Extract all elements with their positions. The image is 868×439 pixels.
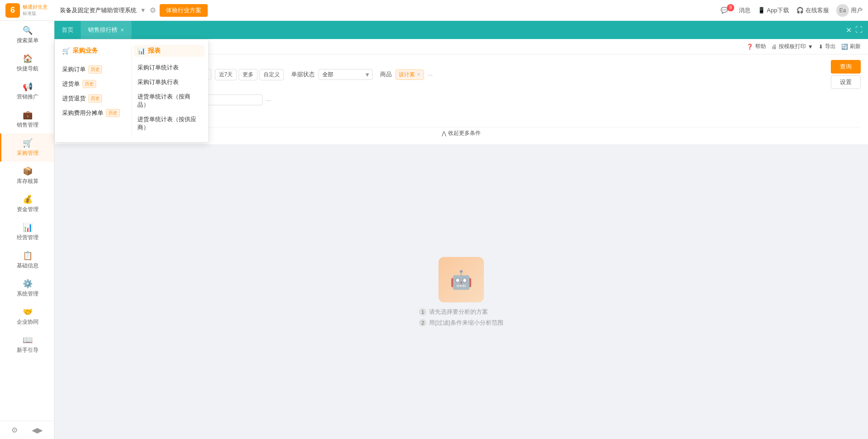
- query-button[interactable]: 查询: [831, 60, 861, 74]
- goods-tag-close-icon[interactable]: ✕: [416, 71, 421, 78]
- report-1-label: 采购订单统计表: [137, 64, 179, 72]
- incoming-label: 进货单: [62, 80, 80, 88]
- refresh-btn[interactable]: 🔄 刷新: [841, 43, 861, 50]
- export-btn[interactable]: ⬇ 导出: [819, 43, 836, 50]
- tab-expand-icon[interactable]: ⛶: [855, 26, 863, 34]
- sidebar-item-sales[interactable]: 💼 销售管理: [0, 105, 54, 133]
- sidebar-item-enterprise[interactable]: 🤝 企业协同: [0, 302, 54, 330]
- goods-filter-label: 商品: [380, 70, 392, 79]
- tab-bar: 首页 销售排行榜 ✕ ✕ ⛶: [54, 21, 868, 39]
- tab-home-label: 首页: [62, 26, 73, 34]
- operations-icon: 📊: [23, 222, 33, 232]
- hist-tag-2: 历史: [88, 94, 102, 103]
- sidebar-item-finance[interactable]: 💰 资金管理: [0, 190, 54, 218]
- sidebar-item-system[interactable]: ⚙️ 系统管理: [0, 274, 54, 302]
- collapse-sidebar-icon[interactable]: ◀▶: [32, 426, 43, 434]
- print-dropdown-icon[interactable]: ▼: [808, 44, 813, 50]
- print-label: 按模板打印: [779, 43, 806, 50]
- tab-sales-ranking-label: 销售排行榜: [88, 26, 117, 34]
- action-btn-group: 查询 设置: [831, 60, 861, 89]
- sidebar-item-operations[interactable]: 📊 经营管理: [0, 218, 54, 246]
- sidebar-item-inventory[interactable]: 📦 库存核算: [0, 162, 54, 190]
- tab-bar-right: ✕ ⛶: [846, 26, 868, 35]
- print-btn[interactable]: 🖨 按模板打印 ▼: [771, 43, 813, 50]
- help-label: 帮助: [755, 43, 766, 50]
- sidebar-item-purchase[interactable]: 🛒 采购管理: [0, 133, 54, 162]
- sidebar-bottom: ⚙ ◀▶: [0, 421, 54, 439]
- sidebar-label-finance: 资金管理: [17, 206, 39, 213]
- home-icon: 🏠: [23, 54, 33, 64]
- dropdown-item-report-3[interactable]: 进货单统计表（按商品）: [137, 89, 201, 112]
- app-download-item[interactable]: 📱 App下载: [758, 6, 789, 15]
- user-item[interactable]: Ea 用户: [836, 4, 863, 17]
- sidebar-label-nav: 快捷导航: [17, 65, 39, 73]
- sidebar-item-guide[interactable]: 📖 新手引导: [0, 330, 54, 359]
- sidebar-item-nav[interactable]: 🏠 快捷导航: [0, 49, 54, 77]
- return-label: 进货退货: [62, 94, 86, 103]
- app-download-label: App下载: [767, 6, 789, 15]
- export-label: 导出: [825, 43, 836, 50]
- industry-btn[interactable]: 体验行业方案: [160, 4, 208, 17]
- report-3-label: 进货单统计表（按商品）: [137, 93, 201, 109]
- tab-close-icon[interactable]: ✕: [120, 27, 124, 33]
- purchase-order-label: 采购订单: [62, 65, 86, 74]
- report-4-label: 进货单统计表（按供应商）: [137, 115, 201, 132]
- online-service-item[interactable]: 🎧 在线客服: [796, 6, 829, 15]
- message-item[interactable]: 💬 9 消息: [721, 6, 751, 15]
- settings-button[interactable]: 设置: [831, 75, 861, 89]
- mobile-icon: 📱: [758, 7, 765, 14]
- system-icon: ⚙️: [23, 279, 33, 289]
- dropdown-menu: 🛒 采购业务 采购订单 历史 进货单 历史 进货退货 历史 采购费用分摊单 历史: [54, 39, 209, 143]
- top-header: 6 畅通好生意 标准版 装备及固定资产辅助管理系统 ▼ ⚙ 体验行业方案 💬 9…: [0, 0, 868, 21]
- dropdown-item-report-4[interactable]: 进货单统计表（按供应商）: [137, 112, 201, 135]
- empty-tip-1: 1 请先选择要分析的方案: [419, 308, 503, 316]
- logo-icon: 6: [5, 3, 20, 18]
- voucher-status-group: 单据状态 全部 ▼: [291, 69, 373, 80]
- dropdown-item-return[interactable]: 进货退货 历史: [62, 91, 126, 106]
- dropdown-item-report-2[interactable]: 采购订单执行表: [137, 75, 201, 89]
- date-btn-custom[interactable]: 自定义: [259, 69, 284, 80]
- inventory-icon: 📦: [23, 166, 33, 176]
- salesman-dots-icon[interactable]: ···: [266, 97, 271, 104]
- refresh-icon: 🔄: [841, 44, 848, 50]
- purchase-menu-icon: 🛒: [62, 47, 70, 54]
- goods-tag: 设计素 ✕: [395, 69, 424, 80]
- hist-tag-1: 历史: [83, 80, 96, 88]
- sales-icon: 💼: [23, 110, 33, 120]
- sidebar-item-basic-info[interactable]: 📋 基础信息: [0, 246, 54, 274]
- print-icon: 🖨: [771, 44, 777, 50]
- tab-close-all-icon[interactable]: ✕: [846, 26, 852, 35]
- tab-home[interactable]: 首页: [54, 21, 81, 39]
- system-name: 装备及固定资产辅助管理系统: [60, 6, 137, 15]
- voucher-status-select[interactable]: 全部: [318, 69, 373, 80]
- header-system: 装备及固定资产辅助管理系统 ▼ ⚙ 体验行业方案: [60, 4, 721, 17]
- dropdown-item-incoming[interactable]: 进货单 历史: [62, 77, 126, 91]
- help-btn[interactable]: ❓ 帮助: [746, 43, 766, 50]
- help-icon: ❓: [746, 44, 753, 50]
- main-layout: 🔍 搜索菜单 🏠 快捷导航 📢 营销推广 💼 销售管理 🛒 采购管理 📦 库存核…: [0, 21, 868, 439]
- date-btn-7days[interactable]: 近7天: [215, 69, 237, 80]
- dropdown-item-report-1[interactable]: 采购订单统计表: [137, 60, 201, 75]
- user-label: 用户: [851, 6, 863, 15]
- dropdown-item-purchase-order[interactable]: 采购订单 历史: [62, 62, 126, 77]
- megaphone-icon: 📢: [23, 82, 33, 92]
- tab-sales-ranking[interactable]: 销售排行榜 ✕: [81, 21, 132, 39]
- gear-icon[interactable]: ⚙: [150, 6, 156, 15]
- sidebar-item-search[interactable]: 🔍 搜索菜单: [0, 21, 54, 49]
- empty-tip-2-text: 用[过滤]条件来缩小分析范围: [429, 319, 503, 327]
- goods-filter-dots-icon[interactable]: ···: [428, 71, 433, 78]
- date-shortcuts: 近7天 更多 自定义: [215, 69, 284, 80]
- avatar: Ea: [836, 4, 849, 17]
- expense-label: 采购费用分摊单: [62, 109, 103, 117]
- date-btn-more[interactable]: 更多: [239, 69, 258, 80]
- message-badge: 9: [727, 4, 734, 11]
- sidebar-item-marketing[interactable]: 📢 营销推广: [0, 77, 54, 105]
- basic-info-icon: 📋: [23, 251, 33, 261]
- report-menu-icon: 📊: [137, 47, 145, 54]
- dropdown-item-expense[interactable]: 采购费用分摊单 历史: [62, 106, 126, 120]
- sidebar-label-basic-info: 基础信息: [17, 262, 39, 270]
- settings-bottom-icon[interactable]: ⚙: [11, 426, 18, 434]
- dropdown-purchase-title: 🛒 采购业务: [62, 47, 126, 58]
- collapse-label: 收起更多条件: [448, 129, 481, 137]
- dropdown-arrow-icon[interactable]: ▼: [140, 7, 146, 14]
